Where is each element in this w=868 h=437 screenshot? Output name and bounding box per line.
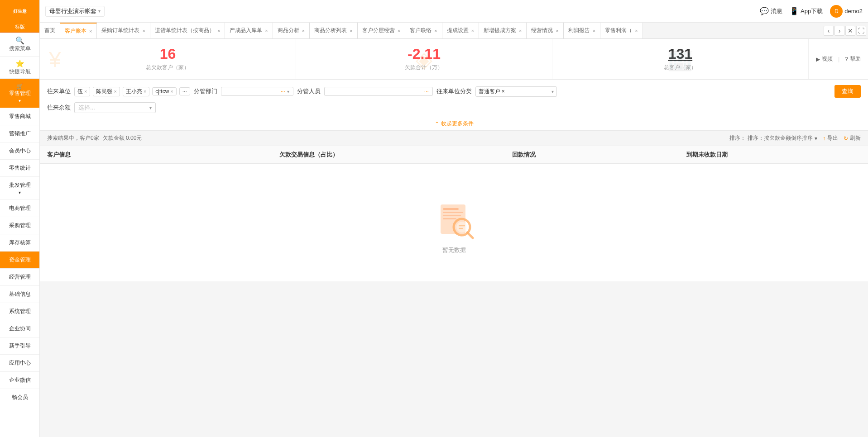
sidebar-item-basic-info[interactable]: 基础信息 bbox=[0, 286, 39, 303]
sidebar-item-operations[interactable]: 经营管理 bbox=[0, 269, 39, 286]
tab-boostsettings-close[interactable]: × bbox=[471, 28, 474, 33]
filter-tag-wu[interactable]: 伍 × bbox=[74, 87, 90, 96]
filter-tag-cjttcw-label: cjttcw bbox=[155, 88, 169, 95]
sort-label: 排序： bbox=[729, 134, 746, 142]
tab-product-analysis-list[interactable]: 商品分析列表 × bbox=[310, 23, 357, 39]
filter-tag-chen-close[interactable]: × bbox=[114, 89, 116, 94]
classify-tag-label: 普通客户 bbox=[479, 88, 500, 95]
tab-inbound-stats[interactable]: 进货单统计表（按商品） × bbox=[150, 23, 225, 39]
sidebar-item-wholesale-mgmt[interactable]: 批发管理 ▾ bbox=[0, 177, 39, 200]
tab-newboostplan-close[interactable]: × bbox=[519, 28, 522, 33]
filter-tag-wang-close[interactable]: × bbox=[144, 89, 146, 94]
tab-customercontact-close[interactable]: × bbox=[434, 28, 437, 33]
empty-illustration bbox=[429, 200, 479, 241]
manager-filter-more[interactable]: ··· bbox=[424, 88, 429, 95]
tab-purchase-order-stats[interactable]: 采购订单统计表 × bbox=[97, 23, 150, 39]
tab-customertier-label: 客户分层经营 bbox=[362, 27, 395, 34]
tab-profit-report[interactable]: 利润报告 × bbox=[564, 23, 600, 39]
sidebar-item-purchase-mgmt[interactable]: 采购管理 bbox=[0, 217, 39, 234]
export-btn[interactable]: ↑ 导出 bbox=[823, 134, 838, 142]
filter-tag-wu-close[interactable]: × bbox=[84, 89, 87, 94]
tab-prodinbound-label: 产成品入库单 bbox=[230, 27, 262, 34]
tab-customer-tier[interactable]: 客户分层经营 × bbox=[358, 23, 405, 39]
tab-prodanalysislist-label: 商品分析列表 bbox=[314, 27, 347, 34]
tab-customer-account[interactable]: 客户账本 × bbox=[60, 23, 97, 39]
sidebar-item-ecommerce[interactable]: 电商管理 bbox=[0, 200, 39, 217]
sidebar-item-marketing[interactable]: 营销推广 bbox=[0, 125, 39, 142]
sidebar-item-app-center[interactable]: 应用中心 bbox=[0, 355, 39, 372]
video-btn[interactable]: ▶ 视频 bbox=[816, 55, 833, 63]
sort-selector[interactable]: 排序： 排序：按欠款金额倒序排序 ▾ bbox=[729, 134, 817, 142]
classify-tag-close[interactable]: × bbox=[502, 88, 505, 95]
tab-prodinbound-close[interactable]: × bbox=[265, 28, 268, 33]
sidebar-item-retail-mgmt[interactable]: 🛒 零售管理 ▾ bbox=[0, 79, 39, 108]
filter-tag-more[interactable]: ··· bbox=[179, 87, 190, 95]
filter-tag-wang[interactable]: 王小亮 × bbox=[123, 87, 149, 96]
sidebar-purchase-label: 采购管理 bbox=[3, 222, 37, 229]
query-button[interactable]: 查询 bbox=[834, 85, 861, 98]
classify-filter[interactable]: 普通客户 × ▾ bbox=[475, 86, 557, 97]
tab-bizstatus-label: 经营情况 bbox=[531, 27, 553, 34]
company-selector[interactable]: 母婴行业演示帐套 ▾ bbox=[45, 6, 105, 17]
sidebar-item-retail-stats[interactable]: 零售统计 bbox=[0, 160, 39, 177]
sidebar-item-inventory[interactable]: 库存核算 bbox=[0, 234, 39, 252]
dept-filter-select[interactable]: ··· ▾ bbox=[221, 87, 293, 96]
dept-filter-more[interactable]: ··· bbox=[281, 88, 285, 95]
tab-product-analysis[interactable]: 商品分析 × bbox=[273, 23, 310, 39]
tab-new-boost-plan[interactable]: 新增提成方案 × bbox=[479, 23, 527, 39]
tab-bizstatus-close[interactable]: × bbox=[556, 28, 558, 33]
sidebar-item-pro-member[interactable]: 畅会员 bbox=[0, 389, 39, 406]
filter-tag-chen[interactable]: 陈民强 × bbox=[93, 87, 120, 96]
tab-close-all[interactable]: ✕ bbox=[845, 26, 855, 36]
divider-1: | bbox=[838, 56, 839, 62]
sidebar-item-retail-mall[interactable]: 零售商城 bbox=[0, 108, 39, 125]
stats-actions: ▶ 视频 | ? 帮助 bbox=[809, 39, 868, 79]
manager-filter-select[interactable]: ··· bbox=[324, 87, 433, 96]
tab-maximize[interactable]: ⛶ bbox=[856, 26, 866, 36]
refresh-btn[interactable]: ↻ 刷新 bbox=[844, 134, 861, 142]
message-btn[interactable]: 💬 消息 bbox=[760, 7, 782, 15]
tab-customertier-close[interactable]: × bbox=[398, 28, 400, 33]
sidebar-item-enterprise-collab[interactable]: 企业协同 bbox=[0, 320, 39, 337]
app-download-btn[interactable]: 📱 App下载 bbox=[790, 7, 823, 15]
sidebar-retailmall-label: 零售商城 bbox=[3, 113, 37, 120]
user-menu[interactable]: D demo2 bbox=[830, 5, 863, 18]
filter-tag-cjttcw-close[interactable]: × bbox=[170, 89, 173, 94]
svg-line-9 bbox=[467, 233, 473, 238]
tab-retail-profit[interactable]: 零售利润（ × bbox=[600, 23, 643, 39]
sidebar-entweixin-label: 企业微信 bbox=[3, 376, 37, 384]
tab-scroll-left[interactable]: ‹ bbox=[824, 26, 834, 36]
tab-profitreport-close[interactable]: × bbox=[593, 28, 595, 33]
sidebar-item-quick-nav[interactable]: ⭐ 快捷导航 bbox=[0, 57, 39, 79]
debt-amount-label: 欠款金额 0.00元 bbox=[103, 134, 142, 142]
sidebar-item-member-center[interactable]: 会员中心 bbox=[0, 142, 39, 160]
tab-customer-account-close[interactable]: × bbox=[89, 28, 92, 34]
sidebar-item-new-guide[interactable]: 新手引导 bbox=[0, 337, 39, 355]
tab-customer-contact[interactable]: 客户联络 × bbox=[405, 23, 442, 39]
tab-scroll-right[interactable]: › bbox=[834, 26, 844, 36]
sidebar-item-system-mgmt[interactable]: 系统管理 bbox=[0, 303, 39, 320]
sidebar-search-label: 搜索菜单 bbox=[3, 45, 37, 52]
tab-retailprofit-close[interactable]: × bbox=[635, 28, 638, 33]
app-logo: 好生意 bbox=[0, 0, 39, 23]
help-btn[interactable]: ? 帮助 bbox=[845, 55, 861, 63]
tab-inbound-close[interactable]: × bbox=[217, 28, 220, 33]
tab-customercontact-label: 客户联络 bbox=[410, 27, 432, 34]
sidebar-item-search[interactable]: 🔍 搜索菜单 bbox=[0, 33, 39, 57]
stat-customers-number: 16 bbox=[160, 47, 176, 61]
sidebar-item-enterprise-wechat[interactable]: 企业微信 bbox=[0, 372, 39, 389]
filter-tag-cjttcw[interactable]: cjttcw × bbox=[152, 87, 176, 95]
remainder-filter-select[interactable]: 选择... ▾ bbox=[74, 102, 156, 113]
tab-purchase-close[interactable]: × bbox=[142, 28, 145, 33]
tab-prodanalysislist-close[interactable]: × bbox=[350, 28, 352, 33]
app-subtitle: 标版 bbox=[0, 23, 39, 33]
tab-business-status[interactable]: 经营情况 × bbox=[527, 23, 563, 39]
stat-total-customers: ¥ 16 总欠款客户（家） bbox=[40, 39, 296, 79]
unit-filter-label: 往来单位 bbox=[47, 87, 71, 95]
tab-boost-settings[interactable]: 提成设置 × bbox=[442, 23, 479, 39]
tab-prodanalysis-close[interactable]: × bbox=[302, 28, 305, 33]
sidebar-item-finance-mgmt[interactable]: 资金管理 bbox=[0, 252, 39, 269]
tab-product-inbound[interactable]: 产成品入库单 × bbox=[225, 23, 273, 39]
collapse-filter-btn[interactable]: ⌃ 收起更多条件 bbox=[47, 117, 861, 130]
tab-home[interactable]: 首页 bbox=[40, 23, 60, 39]
